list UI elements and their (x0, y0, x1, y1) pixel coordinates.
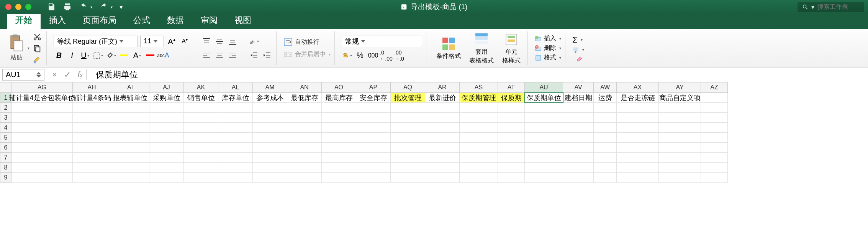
cell-AI3[interactable] (111, 113, 149, 123)
column-header-AG[interactable]: AG (11, 82, 73, 93)
cell-AL3[interactable] (218, 113, 253, 123)
cell-AZ7[interactable] (701, 153, 728, 163)
cell-AZ3[interactable] (701, 113, 728, 123)
cell-AG7[interactable] (11, 153, 73, 163)
row-header-9[interactable]: 9 (0, 173, 11, 183)
tab-review[interactable]: 审阅 (192, 12, 226, 29)
cell-AV2[interactable] (563, 103, 594, 113)
cell-AU3[interactable] (525, 113, 563, 123)
column-header-AY[interactable]: AY (659, 82, 701, 93)
row-header-7[interactable]: 7 (0, 153, 11, 163)
align-left-button[interactable] (201, 50, 212, 61)
cell-AL7[interactable] (218, 153, 253, 163)
cell-AR9[interactable] (425, 173, 460, 183)
cell-AK6[interactable] (184, 143, 218, 153)
cancel-formula-button[interactable]: × (52, 70, 57, 80)
delete-cells-button[interactable]: ×删除▾ (535, 44, 561, 52)
cell-AL1[interactable]: 库存单位 (218, 93, 253, 103)
row-header-5[interactable]: 5 (0, 133, 11, 143)
cell-AL9[interactable] (218, 173, 253, 183)
cell-AS4[interactable] (460, 123, 498, 133)
cell-AK2[interactable] (184, 103, 218, 113)
cell-AX5[interactable] (617, 133, 659, 143)
cell-AU1[interactable]: 保质期单位 (525, 93, 563, 103)
cell-AH8[interactable] (73, 163, 111, 173)
cell-AJ9[interactable] (149, 173, 184, 183)
cell-AU7[interactable] (525, 153, 563, 163)
cell-AX8[interactable] (617, 163, 659, 173)
qat-customize-icon[interactable]: ▾ (120, 3, 123, 11)
cell-AN4[interactable] (287, 123, 322, 133)
tab-page-layout[interactable]: 页面布局 (74, 12, 125, 29)
tab-formulas[interactable]: 公式 (125, 12, 159, 29)
format-cells-button[interactable]: 格式▾ (535, 54, 561, 62)
cell-AP2[interactable] (356, 103, 391, 113)
cell-AQ2[interactable] (391, 103, 425, 113)
spreadsheet-grid[interactable]: AGAHAIAJAKALAMANAOAPAQARASATAUAVAWAXAYAZ… (0, 82, 868, 183)
cell-AW4[interactable] (594, 123, 617, 133)
cell-AR5[interactable] (425, 133, 460, 143)
cell-AI7[interactable] (111, 153, 149, 163)
font-size-dropdown[interactable]: 11 (140, 36, 164, 47)
clear-button[interactable] (572, 55, 587, 62)
cell-AH7[interactable] (73, 153, 111, 163)
cell-AO3[interactable] (322, 113, 356, 123)
column-header-AL[interactable]: AL (218, 82, 253, 93)
cell-AV9[interactable] (563, 173, 594, 183)
cell-AS7[interactable] (460, 153, 498, 163)
fill-color-swatch[interactable] (119, 52, 129, 59)
cell-AH4[interactable] (73, 123, 111, 133)
cell-AG1[interactable]: 辅计量4是否包装单位 (11, 93, 73, 103)
search-input[interactable] (817, 3, 860, 10)
cell-AS1[interactable]: 保质期管理 (460, 93, 498, 103)
decrease-font-button[interactable]: A▾ (179, 36, 190, 47)
cell-AN2[interactable] (287, 103, 322, 113)
name-box-stepper[interactable] (36, 72, 41, 77)
cell-AR8[interactable] (425, 163, 460, 173)
cell-AN6[interactable] (287, 143, 322, 153)
cell-AK1[interactable]: 销售单位 (184, 93, 218, 103)
font-color-button[interactable]: A▾ (132, 50, 142, 61)
row-header-4[interactable]: 4 (0, 123, 11, 133)
cell-AW9[interactable] (594, 173, 617, 183)
font-name-dropdown[interactable]: 等线 Regular (正文) (54, 36, 138, 47)
cell-AJ6[interactable] (149, 143, 184, 153)
cell-AJ8[interactable] (149, 163, 184, 173)
tab-data[interactable]: 数据 (159, 12, 192, 29)
cell-AK7[interactable] (184, 153, 218, 163)
cell-AR1[interactable]: 最新进价 (425, 93, 460, 103)
cell-AX4[interactable] (617, 123, 659, 133)
search-sheet-box[interactable]: ▾ (798, 2, 864, 12)
column-header-AR[interactable]: AR (425, 82, 460, 93)
align-top-button[interactable] (201, 36, 212, 47)
cell-AK3[interactable] (184, 113, 218, 123)
cell-AI8[interactable] (111, 163, 149, 173)
cell-AI4[interactable] (111, 123, 149, 133)
cell-AM3[interactable] (253, 113, 287, 123)
cell-AI2[interactable] (111, 103, 149, 113)
cell-AX1[interactable]: 是否走冻链 (617, 93, 659, 103)
cell-AN7[interactable] (287, 153, 322, 163)
cell-AI6[interactable] (111, 143, 149, 153)
row-header-6[interactable]: 6 (0, 143, 11, 153)
redo-button[interactable]: ▾ (99, 2, 113, 12)
number-format-dropdown[interactable]: 常规 (342, 36, 422, 47)
formula-value[interactable]: 保质期单位 (96, 69, 138, 81)
cell-AJ2[interactable] (149, 103, 184, 113)
cell-AQ8[interactable] (391, 163, 425, 173)
cell-AM6[interactable] (253, 143, 287, 153)
cell-AJ4[interactable] (149, 123, 184, 133)
copy-button[interactable] (32, 43, 43, 54)
cell-AM1[interactable]: 参考成本 (253, 93, 287, 103)
cell-styles-button[interactable]: 单元 格样式 (499, 32, 524, 65)
column-header-AX[interactable]: AX (617, 82, 659, 93)
cell-AY4[interactable] (659, 123, 701, 133)
cell-AG5[interactable] (11, 133, 73, 143)
cell-AQ3[interactable] (391, 113, 425, 123)
increase-decimal-button[interactable]: .0←.00 (381, 50, 391, 61)
column-header-AI[interactable]: AI (111, 82, 149, 93)
paste-button[interactable]: 粘贴 (8, 35, 25, 62)
cell-AG2[interactable] (11, 103, 73, 113)
cell-AQ9[interactable] (391, 173, 425, 183)
cell-AY5[interactable] (659, 133, 701, 143)
